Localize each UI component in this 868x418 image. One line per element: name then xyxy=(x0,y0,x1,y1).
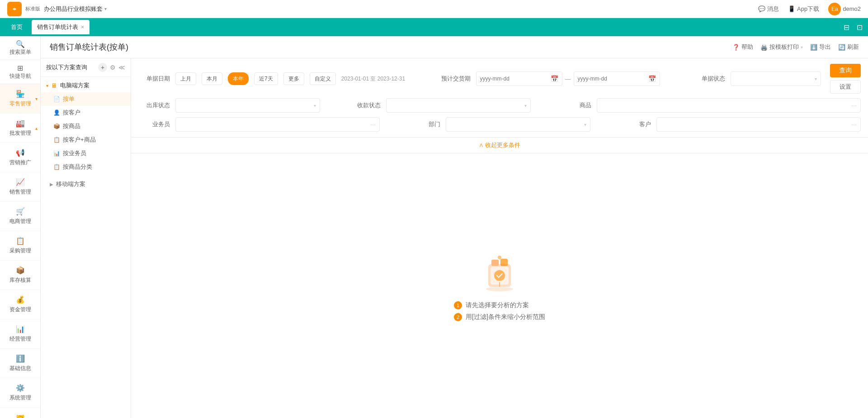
by-customer-goods-label: 按客户+商品 xyxy=(63,136,96,144)
expected-date-start[interactable]: 📅 xyxy=(476,71,562,86)
empty-tips: 1 请先选择要分析的方案 2 用[过滤]条件来缩小分析范围 xyxy=(454,301,545,321)
goods-field[interactable]: ··· xyxy=(597,98,861,113)
collapse-label: ∧ 收起更多条件 xyxy=(479,142,521,148)
custom-button[interactable]: 自定义 xyxy=(310,72,336,85)
tab-active-label: 销售订单统计表 xyxy=(37,23,78,31)
department-select[interactable]: ▾ xyxy=(446,117,590,132)
expected-date-start-input[interactable] xyxy=(480,76,548,82)
sidebar-item-ecommerce[interactable]: 🛒 电商管理 xyxy=(0,202,40,231)
by-order-label: 按单 xyxy=(63,95,75,103)
this-month-button[interactable]: 本月 xyxy=(202,72,222,85)
sidebar-item-system[interactable]: ⚙️ 系统管理 xyxy=(0,378,40,408)
seven-days-button[interactable]: 近7天 xyxy=(254,72,278,85)
payment-status-select[interactable]: ▾ xyxy=(386,98,531,113)
query-button[interactable]: 查询 xyxy=(830,64,861,77)
pc-scheme-group: ▾ 🖥 电脑端方案 📄 按单 👤 按客户 📦 按商品 xyxy=(41,77,131,176)
print-button[interactable]: 🖨️ 按模板打印 ▾ xyxy=(760,43,803,51)
operations-label: 经营管理 xyxy=(9,335,31,343)
retail-icon: 🏪 xyxy=(16,90,25,98)
sidebar-search[interactable]: 🔍 搜索菜单 xyxy=(0,36,40,60)
purchase-label: 采购管理 xyxy=(9,247,31,255)
tab-sales-statistics[interactable]: 销售订单统计表 × xyxy=(32,20,90,34)
by-salesperson-label: 按业务员 xyxy=(63,149,86,157)
scheme-header: 按以下方案查询 + ⚙ ≪ xyxy=(41,58,131,77)
tab-minimize-icon[interactable]: ⊟ xyxy=(842,21,851,33)
scheme-item-by-customer[interactable]: 👤 按客户 xyxy=(41,106,131,119)
scheme-item-by-goods[interactable]: 📦 按商品 xyxy=(41,119,131,133)
scheme-item-by-customer-goods[interactable]: 📋 按客户+商品 xyxy=(41,133,131,147)
filter-right: 单据日期 上月 本月 本年 近7天 更多 自定义 2023-01-01 至 20… xyxy=(131,58,868,418)
out-status-select[interactable]: ▾ xyxy=(175,98,320,113)
by-customer-icon: 👤 xyxy=(53,109,60,116)
message-button[interactable]: 💬 消息 xyxy=(758,5,779,13)
expected-date-end[interactable]: 📅 xyxy=(574,71,660,86)
sidebar-item-operations[interactable]: 📊 经营管理 xyxy=(0,319,40,349)
svg-point-1 xyxy=(486,287,513,291)
by-category-label: 按商品分类 xyxy=(63,163,92,171)
sidebar-item-marketing[interactable]: 📢 营销推广 xyxy=(0,143,40,172)
tab-bar: 首页 销售订单统计表 × ⊟ ⊡ xyxy=(0,18,868,36)
this-year-button[interactable]: 本年 xyxy=(228,72,249,85)
sidebar-item-sales[interactable]: 📈 销售管理 xyxy=(0,172,40,202)
top-bar: 标准版 办公用品行业模拟账套 ▾ 💬 消息 📱 App下载 Ea demo2 xyxy=(0,0,868,18)
empty-tip-2: 2 用[过滤]条件来缩小分析范围 xyxy=(454,313,545,321)
date-range-display: 2023-01-01 至 2023-12-31 xyxy=(341,75,405,83)
sidebar-item-enterprise[interactable]: 🤝 企业协同 xyxy=(0,408,40,418)
tip-2-text: 用[过滤]条件来缩小分析范围 xyxy=(466,313,545,321)
calendar-end-icon: 📅 xyxy=(648,75,656,82)
user-profile[interactable]: Ea demo2 xyxy=(828,3,861,15)
status-select[interactable]: ▾ xyxy=(731,71,821,86)
tab-close-icon[interactable]: × xyxy=(81,24,84,30)
salesperson-field[interactable]: ··· xyxy=(175,117,380,132)
logo-icon xyxy=(7,2,22,16)
department-label: 部门 xyxy=(409,120,440,128)
scheme-item-by-category[interactable]: 📋 按商品分类 xyxy=(41,160,131,174)
print-chevron-icon: ▾ xyxy=(801,45,803,50)
svg-rect-6 xyxy=(500,259,508,266)
wholesale-expand-icon: ▴ xyxy=(35,126,38,131)
scheme-item-by-order[interactable]: 📄 按单 xyxy=(41,92,131,106)
tab-bar-right: ⊟ ⊡ xyxy=(842,21,864,33)
sidebar-item-purchase[interactable]: 📋 采购管理 xyxy=(0,231,40,261)
refresh-button[interactable]: 🔄 刷新 xyxy=(838,43,859,51)
quick-nav-label: 快捷导航 xyxy=(9,73,31,79)
scheme-collapse-icon[interactable]: ≪ xyxy=(118,64,125,71)
app-selector[interactable]: 办公用品行业模拟账套 ▾ xyxy=(44,5,107,13)
collapse-bar[interactable]: ∧ 收起更多条件 xyxy=(131,138,868,153)
main-layout: 🔍 搜索菜单 ⊞ 快捷导航 🏪 零售管理 ▾ 🏭 批发管理 ▴ 📢 营销推广 📈… xyxy=(0,36,868,418)
sidebar-quick-nav[interactable]: ⊞ 快捷导航 xyxy=(0,60,40,84)
help-button[interactable]: ❓ 帮助 xyxy=(732,43,753,51)
basic-icon: ℹ️ xyxy=(16,354,25,363)
sidebar-item-inventory[interactable]: 📦 库存核算 xyxy=(0,261,40,290)
goods-dots-icon: ··· xyxy=(851,102,857,109)
sidebar-item-basic[interactable]: ℹ️ 基础信息 xyxy=(0,349,40,378)
pc-scheme-group-header[interactable]: ▾ 🖥 电脑端方案 xyxy=(41,79,131,92)
svg-rect-5 xyxy=(491,260,499,266)
system-label: 系统管理 xyxy=(9,394,31,402)
export-icon: ⬇️ xyxy=(810,44,817,51)
date-separator: — xyxy=(565,76,571,82)
customer-field[interactable]: ··· xyxy=(656,117,861,132)
prev-month-button[interactable]: 上月 xyxy=(175,72,196,85)
scheme-settings-icon[interactable]: ⚙ xyxy=(110,64,116,71)
message-label: 消息 xyxy=(767,5,779,13)
top-bar-right: 💬 消息 📱 App下载 Ea demo2 xyxy=(758,3,861,15)
expected-date-end-input[interactable] xyxy=(578,76,646,82)
logo-text: 标准版 xyxy=(25,5,40,12)
export-button[interactable]: ⬇️ 导出 xyxy=(810,43,831,51)
by-order-icon: 📄 xyxy=(53,96,60,102)
mobile-group-arrow-icon: ▶ xyxy=(50,182,53,187)
mobile-scheme-group-header[interactable]: ▶ 移动端方案 xyxy=(41,177,131,191)
sidebar-item-finance[interactable]: 💰 资金管理 xyxy=(0,290,40,319)
scheme-item-by-salesperson[interactable]: 📊 按业务员 xyxy=(41,147,131,160)
scheme-add-button[interactable]: + xyxy=(98,63,107,72)
tab-home[interactable]: 首页 xyxy=(4,20,30,34)
sidebar-item-wholesale[interactable]: 🏭 批发管理 ▴ xyxy=(0,114,40,143)
settings-button[interactable]: 设置 xyxy=(830,80,861,94)
sales-label: 销售管理 xyxy=(9,188,31,196)
sidebar-item-retail[interactable]: 🏪 零售管理 ▾ xyxy=(0,84,40,114)
inventory-label: 库存核算 xyxy=(9,276,31,284)
tab-expand-icon[interactable]: ⊡ xyxy=(855,21,864,33)
app-download-button[interactable]: 📱 App下载 xyxy=(788,5,819,13)
more-button[interactable]: 更多 xyxy=(283,72,304,85)
